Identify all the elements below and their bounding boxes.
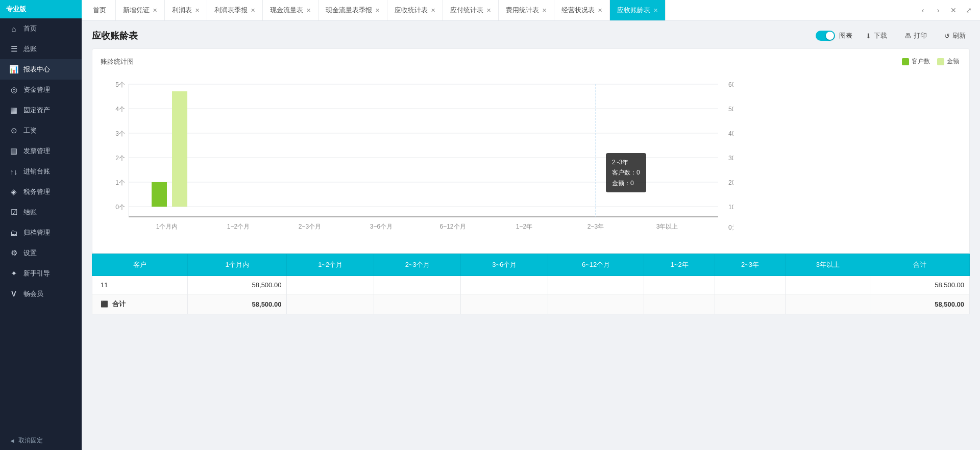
cell-total-y23	[715, 294, 785, 314]
cell-m612	[548, 276, 644, 294]
page-header: 应收账龄表 图表 ⬇ 下载 🖶 打印 ↺ 刷新	[92, 29, 970, 42]
tab-profit-quarter[interactable]: 利润表季报 ✕	[207, 0, 263, 20]
sidebar-item-label: 报表中心	[23, 65, 50, 74]
sidebar-logo: 专业版	[0, 0, 82, 18]
svg-text:10,000.00元: 10,000.00元	[728, 204, 733, 211]
sidebar-item-invoice[interactable]: ▤ 发票管理	[0, 141, 82, 161]
tab-cashflow-close[interactable]: ✕	[306, 7, 311, 14]
sidebar-item-home[interactable]: ⌂ 首页	[0, 18, 82, 39]
bar-green-1	[152, 182, 167, 207]
sidebar-item-tax[interactable]: ◈ 税务管理	[0, 182, 82, 202]
sidebar-item-label: 资金管理	[23, 85, 50, 94]
sidebar-item-settle[interactable]: ☑ 结账	[0, 202, 82, 222]
tab-voucher[interactable]: 新增凭证 ✕	[116, 0, 165, 20]
download-icon: ⬇	[866, 32, 871, 40]
legend-amount-label: 金额	[947, 57, 959, 66]
sidebar-unpin[interactable]: ◄ 取消固定	[0, 431, 82, 450]
tab-cashflow-quarter-close[interactable]: ✕	[375, 7, 380, 14]
cell-m36	[461, 276, 548, 294]
chart-toggle-group: 图表	[816, 31, 852, 41]
tab-profit-quarter-close[interactable]: ✕	[251, 7, 255, 14]
svg-text:30,000.00元: 30,000.00元	[728, 155, 733, 162]
tab-profit[interactable]: 利润表 ✕	[165, 0, 207, 20]
fund-icon: ◎	[9, 85, 18, 94]
svg-text:6~12个月: 6~12个月	[439, 223, 465, 230]
sidebar-item-ledger[interactable]: ☰ 总账	[0, 39, 82, 59]
legend-customers-dot	[902, 58, 909, 65]
sidebar: 专业版 ⌂ 首页 ☰ 总账 📊 报表中心 ◎ 资金管理 ▦ 固定资产 ⊙ 工资 …	[0, 0, 82, 450]
tab-cashflow[interactable]: 现金流量表 ✕	[263, 0, 318, 20]
sidebar-item-settings[interactable]: ⚙ 设置	[0, 243, 82, 263]
svg-text:1~2年: 1~2年	[516, 223, 532, 230]
cell-total: 58,500.00	[870, 276, 970, 294]
cell-total-m23	[374, 294, 461, 314]
sidebar-item-label: 归档管理	[23, 228, 50, 237]
tab-ar-aging[interactable]: 应收账龄表 ✕	[610, 0, 666, 20]
sidebar-item-label: 总账	[23, 44, 37, 54]
legend-amount-dot	[937, 58, 944, 65]
tab-ap-stats-close[interactable]: ✕	[486, 7, 491, 14]
sidebar-item-fund[interactable]: ◎ 资金管理	[0, 80, 82, 100]
tab-ap-stats-label: 应付统计表	[450, 6, 483, 15]
tab-voucher-label: 新增凭证	[123, 6, 150, 15]
chart-title: 账龄统计图	[101, 57, 961, 66]
col-customer: 客户	[92, 254, 188, 276]
svg-text:4个: 4个	[115, 106, 125, 113]
cell-m12	[287, 276, 374, 294]
tab-close-all[interactable]: ✕	[946, 3, 961, 17]
tab-biz-status[interactable]: 经营状况表 ✕	[554, 0, 610, 20]
tab-ar-stats-close[interactable]: ✕	[431, 7, 435, 14]
tab-cashflow-quarter-label: 现金流量表季报	[326, 6, 372, 15]
tab-profit-close[interactable]: ✕	[195, 7, 200, 14]
refresh-button[interactable]: ↺ 刷新	[940, 29, 970, 42]
cell-m23	[374, 276, 461, 294]
tab-biz-status-close[interactable]: ✕	[598, 7, 602, 14]
tab-ar-stats[interactable]: 应收统计表 ✕	[387, 0, 443, 20]
sidebar-item-label: 结账	[23, 208, 37, 217]
cell-total-label: ⬛ 合计	[92, 294, 188, 314]
tab-cashflow-quarter[interactable]: 现金流量表季报 ✕	[318, 0, 387, 20]
settle-icon: ☑	[9, 208, 18, 217]
table-total-row: ⬛ 合计 58,500.00 58,500.00	[92, 294, 970, 314]
svg-text:1个月内: 1个月内	[156, 223, 178, 230]
tab-expense-stats[interactable]: 费用统计表 ✕	[499, 0, 554, 20]
tab-expense-stats-close[interactable]: ✕	[542, 7, 547, 14]
sidebar-item-sales[interactable]: ↑↓ 进销台账	[0, 161, 82, 182]
svg-text:1~2个月: 1~2个月	[227, 223, 250, 230]
sidebar-item-label: 首页	[23, 24, 37, 33]
download-button[interactable]: ⬇ 下载	[862, 29, 891, 42]
svg-text:60,000.00元: 60,000.00元	[728, 81, 733, 88]
chart-toggle[interactable]	[816, 31, 835, 41]
col-m1: 1个月内	[187, 254, 287, 276]
sidebar-item-salary[interactable]: ⊙ 工资	[0, 120, 82, 141]
sidebar-item-guide[interactable]: ✦ 新手引导	[0, 263, 82, 284]
sidebar-item-archive[interactable]: 🗂 归档管理	[0, 222, 82, 243]
legend-customers: 客户数	[902, 57, 930, 66]
svg-text:40,000.00元: 40,000.00元	[728, 130, 733, 137]
sidebar-item-asset[interactable]: ▦ 固定资产	[0, 100, 82, 120]
tab-scroll-left[interactable]: ‹	[916, 3, 930, 17]
archive-icon: 🗂	[9, 229, 18, 237]
tab-home[interactable]: 首页	[84, 0, 116, 20]
print-button[interactable]: 🖶 打印	[900, 29, 931, 42]
tab-voucher-close[interactable]: ✕	[153, 7, 157, 14]
sidebar-item-label: 工资	[23, 126, 37, 135]
sidebar-item-label: 设置	[23, 248, 37, 258]
tab-ar-stats-label: 应收统计表	[395, 6, 428, 15]
tab-ap-stats[interactable]: 应付统计表 ✕	[443, 0, 499, 20]
chart-svg: 5个 4个 3个 2个 1个 0个 60,000.00元 50,000.00元 …	[101, 71, 733, 245]
cell-total-m12	[287, 294, 374, 314]
col-m12: 1~2个月	[287, 254, 374, 276]
sidebar-item-report[interactable]: 📊 报表中心	[0, 59, 82, 80]
chart-area: 账龄统计图 客户数 金额 5个 4个 3个 2个 1个	[92, 48, 970, 254]
tab-profit-quarter-label: 利润表季报	[214, 6, 248, 15]
sidebar-item-vip[interactable]: V 畅会员	[0, 284, 82, 304]
tab-ar-aging-close[interactable]: ✕	[653, 7, 658, 14]
data-table: 客户 1个月内 1~2个月 2~3个月 3~6个月 6~12个月 1~2年 2~…	[92, 254, 970, 314]
unpin-label: 取消固定	[18, 436, 43, 445]
tab-scroll-right[interactable]: ›	[931, 3, 945, 17]
sidebar-item-label: 进销台账	[23, 167, 50, 176]
tab-ar-aging-label: 应收账龄表	[617, 6, 650, 15]
download-label: 下载	[874, 31, 887, 40]
tab-expand[interactable]: ⤢	[962, 3, 976, 17]
